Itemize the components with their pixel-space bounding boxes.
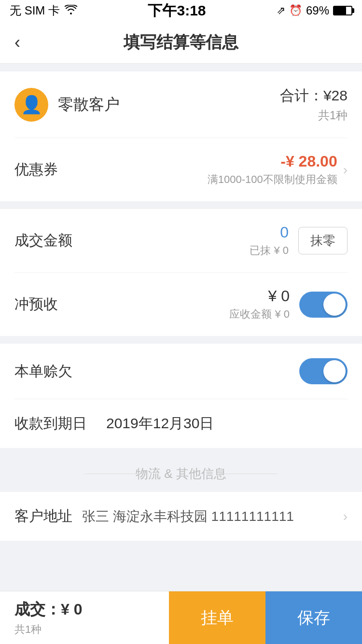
deal-amount-right: 0 已抹 ¥ 0 抹零 bbox=[72, 224, 348, 258]
status-right: ⇗ ⏰ 69% bbox=[277, 4, 352, 17]
customer-left: 👤 零散客户 bbox=[14, 88, 120, 122]
address-row[interactable]: 客户地址 张三 海淀永丰科技园 11111111111 › bbox=[14, 492, 348, 541]
coupon-chevron-right-icon: › bbox=[343, 162, 348, 178]
prepayment-sub: 应收金额 ¥ 0 bbox=[229, 307, 290, 322]
address-section: 客户地址 张三 海淀永丰科技园 11111111111 › bbox=[0, 492, 362, 541]
coupon-label: 优惠券 bbox=[14, 160, 58, 180]
due-date-label: 收款到期日 bbox=[14, 414, 87, 434]
prepayment-toggle-knob bbox=[323, 294, 346, 316]
deal-label: 成交： bbox=[14, 601, 61, 618]
coupon-row[interactable]: 优惠券 -¥ 28.00 满1000-100不限制使用金额 › bbox=[0, 138, 362, 201]
prepayment-value: ¥ 0 bbox=[229, 287, 290, 305]
coupon-right: -¥ 28.00 满1000-100不限制使用金额 › bbox=[208, 153, 348, 187]
due-date-value[interactable]: 2019年12月30日 bbox=[106, 414, 214, 434]
coupon-desc: 满1000-100不限制使用金额 bbox=[208, 172, 337, 187]
customer-avatar: 👤 bbox=[14, 88, 48, 122]
coupon-discount: -¥ 28.00 bbox=[208, 153, 337, 170]
debit-toggle[interactable] bbox=[299, 358, 348, 384]
deal-amount-row: 成交金额 0 已抹 ¥ 0 抹零 bbox=[14, 209, 348, 273]
save-button[interactable]: 保存 bbox=[265, 591, 362, 644]
prepayment-toggle[interactable] bbox=[299, 292, 348, 318]
alarm-icon: ⏰ bbox=[289, 4, 302, 17]
customer-count: 共1种 bbox=[280, 108, 348, 123]
deal-amount: ¥ 0 bbox=[61, 601, 82, 618]
battery-icon bbox=[333, 6, 352, 15]
content-area: 👤 零散客户 合计：¥28 共1种 优惠券 -¥ 28.00 满1000-100… bbox=[0, 71, 362, 644]
deal-amount-group: 0 已抹 ¥ 0 bbox=[250, 224, 289, 258]
customer-row: 👤 零散客户 合计：¥28 共1种 bbox=[0, 71, 362, 138]
debit-label: 本单赊欠 bbox=[14, 362, 72, 381]
logistics-title: 物流 & 其他信息 bbox=[136, 466, 226, 481]
deal-amount-sub: 已抹 ¥ 0 bbox=[250, 243, 289, 258]
customer-card: 👤 零散客户 合计：¥28 共1种 优惠券 -¥ 28.00 满1000-100… bbox=[0, 71, 362, 201]
debit-row: 本单赊欠 bbox=[14, 344, 348, 399]
bottom-count: 共1种 bbox=[14, 622, 154, 637]
bottom-deal-amount: 成交：¥ 0 bbox=[14, 599, 154, 620]
battery-text: 69% bbox=[306, 4, 329, 17]
nav-bar: ‹ 填写结算等信息 bbox=[0, 21, 362, 64]
bottom-bar: 成交：¥ 0 共1种 挂单 保存 bbox=[0, 591, 362, 644]
location-icon: ⇗ bbox=[277, 4, 285, 17]
carrier-text: 无 SIM 卡 bbox=[10, 3, 60, 18]
debit-section: 本单赊欠 收款到期日 2019年12月30日 bbox=[0, 344, 362, 448]
transaction-section: 成交金额 0 已抹 ¥ 0 抹零 冲预收 ¥ 0 应收金额 ¥ 0 bbox=[0, 209, 362, 336]
prepayment-row: 冲预收 ¥ 0 应收金额 ¥ 0 bbox=[14, 273, 348, 336]
prepayment-value-group: ¥ 0 应收金额 ¥ 0 bbox=[229, 287, 290, 322]
deal-amount-value[interactable]: 0 bbox=[250, 224, 289, 241]
back-button[interactable]: ‹ bbox=[14, 32, 20, 53]
round-off-button[interactable]: 抹零 bbox=[298, 227, 348, 254]
customer-total: 合计：¥28 bbox=[280, 86, 348, 106]
address-value: 张三 海淀永丰科技园 11111111111 bbox=[72, 507, 343, 526]
status-time: 下午3:18 bbox=[148, 1, 206, 21]
page-title: 填写结算等信息 bbox=[124, 31, 238, 54]
debit-toggle-knob bbox=[323, 360, 346, 382]
customer-right: 合计：¥28 共1种 bbox=[280, 86, 348, 123]
avatar-icon: 👤 bbox=[21, 95, 42, 115]
logistics-divider: 物流 & 其他信息 bbox=[0, 456, 362, 492]
customer-name: 零散客户 bbox=[58, 94, 120, 115]
address-chevron-right-icon: › bbox=[343, 509, 348, 524]
deal-amount-label: 成交金额 bbox=[14, 231, 72, 251]
coupon-content: -¥ 28.00 满1000-100不限制使用金额 bbox=[208, 153, 337, 187]
due-date-row: 收款到期日 2019年12月30日 bbox=[14, 399, 348, 448]
status-bar: 无 SIM 卡 下午3:18 ⇗ ⏰ 69% bbox=[0, 0, 362, 21]
hold-button[interactable]: 挂单 bbox=[169, 591, 265, 644]
prepayment-right: ¥ 0 应收金额 ¥ 0 bbox=[229, 287, 348, 322]
address-label: 客户地址 bbox=[14, 506, 72, 526]
status-left: 无 SIM 卡 bbox=[10, 3, 77, 18]
bottom-summary: 成交：¥ 0 共1种 bbox=[0, 599, 169, 637]
prepayment-label: 冲预收 bbox=[14, 294, 72, 314]
wifi-icon bbox=[65, 4, 77, 17]
